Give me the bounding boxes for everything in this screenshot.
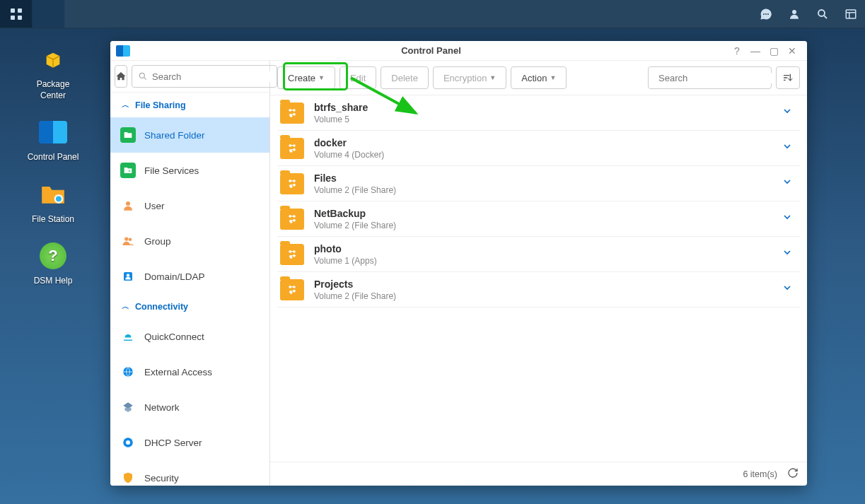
svg-rect-0 [11, 8, 15, 13]
widgets-icon [844, 8, 857, 20]
svg-point-11 [56, 196, 62, 201]
create-button-label: Create [288, 73, 315, 83]
chevron-down-icon [782, 247, 793, 258]
chevron-down-icon: ▼ [550, 74, 556, 81]
folder-row[interactable]: ProjectsVolume 2 (File Share) [277, 272, 800, 307]
sidebar-item-external-access[interactable]: External Access [110, 354, 269, 389]
taskbar-search-button[interactable] [808, 0, 837, 28]
sidebar-item-security[interactable]: Security [110, 460, 269, 486]
svg-rect-1 [18, 8, 22, 13]
desktop-icon-package-center[interactable]: PackageCenter [0, 35, 106, 108]
folder-subtitle: Volume 1 (Apps) [314, 256, 777, 266]
sidebar-item-quickconnect[interactable]: QuickConnect [110, 319, 269, 354]
sidebar-home-button[interactable] [115, 65, 127, 88]
folder-subtitle: Volume 2 (File Share) [314, 291, 777, 301]
toolbar: Create ▼ Edit Delete Encryption ▼ Action… [270, 61, 807, 95]
shared-folder-icon [280, 279, 304, 300]
encryption-button[interactable]: Encryption ▼ [433, 66, 506, 89]
desktop-icon-file-station[interactable]: File Station [0, 170, 106, 233]
taskbar-widgets-button[interactable] [837, 0, 865, 28]
action-button[interactable]: Action ▼ [511, 66, 567, 89]
svg-point-17 [127, 274, 130, 277]
taskbar-app-control-panel[interactable] [33, 0, 65, 28]
window-maximize-button[interactable]: ▢ [765, 43, 783, 59]
expand-button[interactable] [777, 101, 797, 124]
desktop-icon-dsm-help[interactable]: ?DSM Help [0, 232, 106, 294]
refresh-button[interactable] [787, 467, 799, 481]
sidebar-search-input[interactable] [152, 71, 271, 82]
expand-button[interactable] [777, 172, 797, 195]
folder-row[interactable]: NetBackupVolume 2 (File Share) [277, 201, 800, 237]
taskbar-user-button[interactable] [780, 0, 808, 28]
expand-button[interactable] [777, 136, 797, 160]
expand-button[interactable] [777, 278, 797, 301]
encryption-button-label: Encryption [443, 73, 487, 83]
sidebar-item-user[interactable]: User [110, 188, 269, 223]
folder-name: Files [314, 172, 777, 184]
svg-point-5 [765, 13, 767, 15]
sidebar-group-file-sharing[interactable]: ︿File Sharing [110, 93, 269, 117]
folder-row[interactable]: dockerVolume 4 (Docker) [277, 131, 800, 166]
main-content: Create ▼ Edit Delete Encryption ▼ Action… [270, 61, 807, 486]
apps-grid-icon [10, 8, 23, 20]
sidebar-group-label: Connectivity [135, 302, 188, 312]
desktop-icon-control-panel[interactable]: Control Panel [0, 108, 106, 170]
toolbar-search[interactable] [648, 66, 772, 89]
network-icon [120, 399, 136, 415]
toolbar-search-input[interactable] [658, 73, 777, 83]
window-titlebar[interactable]: Control Panel ? — ▢ ✕ [110, 41, 807, 61]
taskbar-apps-button[interactable] [0, 0, 33, 28]
sidebar-item-dhcp-server[interactable]: DHCP Server [110, 425, 269, 460]
desktop: PackageCenterControl PanelFile Station?D… [0, 35, 106, 294]
shared-folder-icon [280, 209, 304, 230]
shared-folder-icon [280, 102, 304, 124]
desktop-icon-label: Control Panel [3, 152, 103, 163]
sidebar-item-shared-folder[interactable]: Shared Folder [110, 117, 269, 153]
window-minimize-button[interactable]: — [746, 43, 765, 59]
action-button-label: Action [521, 73, 547, 83]
sidebar-item-group[interactable]: Group [110, 223, 269, 259]
sidebar-item-label: Domain/LDAP [144, 271, 205, 282]
window-close-button[interactable]: ✕ [783, 43, 801, 59]
refresh-icon [787, 467, 799, 479]
sidebar-search[interactable] [132, 65, 277, 88]
sidebar-item-network[interactable]: Network [110, 389, 269, 425]
svg-point-20 [126, 440, 130, 445]
window-help-button[interactable]: ? [728, 43, 746, 59]
chevron-up-icon: ︿ [122, 301, 129, 312]
create-button[interactable]: Create ▼ [277, 66, 335, 89]
expand-button[interactable] [777, 207, 797, 230]
dsm-help-icon: ? [36, 239, 70, 273]
taskbar-chat-button[interactable] [752, 0, 780, 28]
svg-point-15 [129, 238, 132, 242]
folder-subtitle: Volume 4 (Docker) [314, 150, 777, 160]
sidebar-item-domain-ldap[interactable]: Domain/LDAP [110, 259, 269, 294]
user-icon [788, 8, 801, 20]
svg-point-7 [792, 10, 796, 14]
chevron-up-icon: ︿ [122, 100, 129, 110]
sidebar-group-connectivity[interactable]: ︿Connectivity [110, 294, 269, 319]
desktop-icon-label: DSM Help [3, 276, 103, 287]
folder-name: docker [314, 137, 777, 148]
sidebar-item-file-services[interactable]: File Services [110, 153, 269, 188]
folder-name: Projects [314, 279, 777, 290]
chevron-down-icon: ▼ [489, 74, 496, 81]
expand-button[interactable] [777, 242, 797, 266]
status-count: 6 item(s) [743, 469, 777, 479]
sort-icon [782, 72, 794, 83]
sidebar-item-label: External Access [144, 367, 212, 377]
delete-button-label: Delete [391, 73, 418, 83]
sort-button[interactable] [776, 66, 800, 89]
sidebar-item-label: Shared Folder [144, 130, 205, 141]
svg-point-12 [139, 73, 144, 78]
edit-button[interactable]: Edit [339, 66, 376, 89]
delete-button[interactable]: Delete [381, 66, 429, 89]
folder-row[interactable]: FilesVolume 2 (File Share) [277, 166, 800, 201]
taskbar [0, 0, 865, 28]
folder-row[interactable]: btrfs_shareVolume 5 [277, 95, 800, 131]
chevron-down-icon [782, 105, 793, 117]
svg-point-14 [124, 237, 128, 240]
home-icon [115, 71, 127, 82]
sidebar-item-label: User [144, 201, 165, 211]
folder-row[interactable]: photoVolume 1 (Apps) [277, 237, 800, 272]
